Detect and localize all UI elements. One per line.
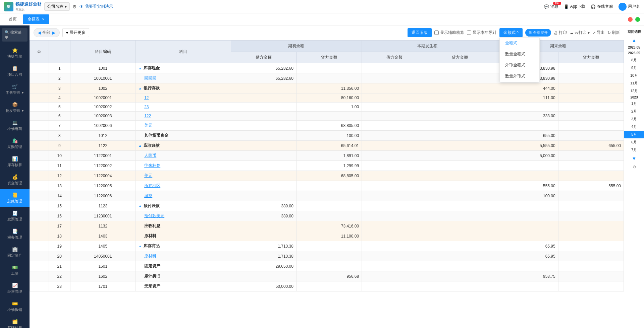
month-button-1月[interactable]: 1月 [624, 100, 644, 108]
user-profile[interactable]: 用户名 [619, 3, 640, 11]
row-subject-cell[interactable]: 23 [136, 103, 231, 112]
mode-option-amount[interactable]: 金额式 [500, 38, 539, 49]
month-button-7月[interactable]: 7月 [624, 146, 644, 154]
month-button-3月[interactable]: 3月 [624, 115, 644, 123]
online-service-button[interactable]: 🎧 在线客服 [591, 4, 613, 9]
tab-close-icon[interactable]: ✕ [42, 17, 45, 21]
sidebar-item-tax[interactable]: 📑 税务管理 [0, 225, 30, 243]
expand-icon[interactable]: ▲ [139, 244, 142, 248]
row-subject-cell[interactable]: 原材料 [136, 251, 231, 261]
row-subject-cell[interactable]: 其他货币资金 [136, 131, 231, 141]
app-download-button[interactable]: 📱 App下载 [564, 4, 585, 9]
mode-option-foreign-amount[interactable]: 外币金额式 [500, 60, 539, 71]
month-button-6月[interactable]: 6月 [624, 138, 644, 146]
subject-name[interactable]: 回回回 [144, 76, 156, 80]
tab-home[interactable]: 首页 [4, 14, 21, 24]
sidebar-item-operations[interactable]: 📈 经营管理 [0, 279, 30, 298]
row-subject-cell[interactable]: 美元 [136, 121, 231, 131]
row-subject-cell[interactable]: 无形资产 [136, 281, 231, 291]
expand-more-button[interactable]: ▾ 展开更多 [62, 28, 89, 37]
sidebar-item-inventory[interactable]: 📊 库存核算 [0, 153, 30, 171]
row-subject-cell[interactable]: ▲ 预付账款 [136, 201, 231, 211]
window-close-button[interactable] [628, 17, 633, 22]
row-subject-cell[interactable]: ▲ 应收账款 [136, 141, 231, 151]
month-button-10月[interactable]: 10月 [624, 72, 644, 79]
sidebar-item-fixed-assets[interactable]: 🏢 固定资产 [0, 243, 30, 261]
row-subject-cell[interactable]: 固定资产 [136, 261, 231, 271]
subject-name[interactable]: 美元 [144, 173, 152, 178]
print-button[interactable]: 🖨 打印 [554, 30, 567, 36]
month-button-2月[interactable]: 2月 [624, 108, 644, 115]
demo-link[interactable]: 👁 我要看实例演示 [79, 4, 113, 9]
table-settings-icon[interactable]: ⚙ [37, 50, 41, 54]
expand-all-button[interactable]: ⊞ 全部展开 [525, 29, 551, 37]
return-old-version-button[interactable]: 退回旧版 [408, 28, 432, 37]
mode-button[interactable]: 金额式 ^ [499, 28, 523, 37]
refresh-button[interactable]: ↻ 刷新 [607, 30, 620, 36]
expand-icon[interactable]: ▲ [139, 86, 142, 90]
subject-name[interactable]: 23 [144, 105, 149, 109]
month-button-9月[interactable]: 9月 [624, 64, 644, 72]
row-subject-cell[interactable]: ▲ 银行存款 [136, 83, 231, 93]
auxiliary-checkbox-input[interactable] [434, 30, 439, 35]
row-subject-cell[interactable]: 原材料 [136, 231, 231, 241]
sidebar-item-invoice[interactable]: 🧾 发票管理 [0, 207, 30, 225]
subject-name[interactable]: 所在地区 [144, 183, 160, 188]
subject-name[interactable]: 12 [144, 95, 149, 100]
period-down-arrow[interactable]: ▼ [631, 154, 638, 162]
month-button-8月[interactable]: 8月 [624, 56, 644, 64]
all-filter-button[interactable]: ◀ 全部 ▶ [34, 28, 60, 37]
window-maximize-button[interactable] [635, 17, 640, 22]
sidebar-item-payroll[interactable]: 💵 工资 [0, 261, 30, 279]
company-selector[interactable]: 公司名称 ▾ [44, 2, 70, 11]
cloud-print-button[interactable]: ☁ 云打印 ▾ [570, 30, 590, 36]
sidebar-item-accounting[interactable]: 📒 总账管理 [0, 189, 30, 207]
sidebar-item-wholesale[interactable]: 📦 批发管理 ▾ [0, 99, 30, 117]
expand-icon[interactable]: ▲ [139, 204, 142, 208]
sidebar-item-basic[interactable]: 🗂️ 基础信息 [0, 316, 30, 328]
subject-name[interactable]: 美元 [144, 123, 152, 128]
row-subject-cell[interactable]: 人民币 [136, 151, 231, 161]
subject-name[interactable]: 原材料 [144, 254, 156, 258]
sidebar-item-capital[interactable]: 💰 资金管理 [0, 171, 30, 189]
settings-icon[interactable]: ⚙ [72, 4, 77, 9]
row-subject-cell[interactable]: 应收利息 [136, 221, 231, 231]
row-subject-cell[interactable]: 游戏 [136, 191, 231, 201]
search-menu-button[interactable]: 🔍 搜索菜单 [2, 28, 28, 42]
message-button[interactable]: 💬 消息 99+ [544, 4, 558, 9]
month-button-5月[interactable]: 5月 [624, 131, 644, 138]
expand-icon[interactable]: ▲ [139, 66, 142, 70]
expand-icon[interactable]: ▲ [139, 144, 142, 147]
sidebar-item-purchase[interactable]: 🛍️ 采购管理 [0, 135, 30, 153]
panel-collapse-button[interactable]: ⊙ [631, 163, 637, 171]
sidebar-item-ecommerce[interactable]: 💻 小畅电商 [0, 117, 30, 135]
row-subject-cell[interactable]: 累计折旧 [136, 271, 231, 281]
subject-name[interactable]: 预付款美元 [144, 213, 164, 218]
month-button-4月[interactable]: 4月 [624, 123, 644, 131]
row-subject-cell[interactable]: ▲ 库存现金 [136, 63, 231, 73]
sidebar-item-sales[interactable]: 💳 小畅报销 [0, 298, 30, 316]
sidebar-item-project[interactable]: 📋 项目合同 [0, 62, 30, 80]
period-up-arrow[interactable]: ▲ [631, 36, 638, 44]
subject-name[interactable]: 游戏 [144, 193, 152, 198]
mode-option-qty-amount[interactable]: 数量金额式 [500, 49, 539, 60]
export-button[interactable]: ↗ 导出 [592, 30, 605, 36]
row-subject-cell[interactable]: 122 [136, 112, 231, 121]
sidebar-item-quick-nav[interactable]: ⭐ 快捷导航 [0, 44, 30, 62]
row-subject-cell[interactable]: 往来标签 [136, 161, 231, 171]
show-auxiliary-checkbox[interactable]: 显示辅助核算 [434, 30, 464, 36]
tab-balance[interactable]: 余额表 ✕ [23, 14, 49, 24]
ytd-checkbox-input[interactable] [467, 30, 471, 35]
month-button-11月[interactable]: 11月 [624, 79, 644, 87]
sidebar-item-retail[interactable]: 🛒 零售管理 ▾ [0, 80, 30, 99]
row-subject-cell[interactable]: 预付款美元 [136, 211, 231, 221]
subject-name[interactable]: 人民币 [144, 153, 156, 158]
row-subject-cell[interactable]: 12 [136, 93, 231, 103]
row-subject-cell[interactable]: ▲ 库存商品 [136, 241, 231, 251]
row-subject-cell[interactable]: 美元 [136, 171, 231, 181]
show-ytd-checkbox[interactable]: 显示本年累计 [467, 30, 497, 36]
row-subject-cell[interactable]: 所在地区 [136, 181, 231, 191]
mode-option-qty-foreign[interactable]: 数量外币式 [500, 71, 539, 82]
subject-name[interactable]: 往来标签 [144, 163, 160, 168]
month-button-12月[interactable]: 12月 [624, 87, 644, 95]
